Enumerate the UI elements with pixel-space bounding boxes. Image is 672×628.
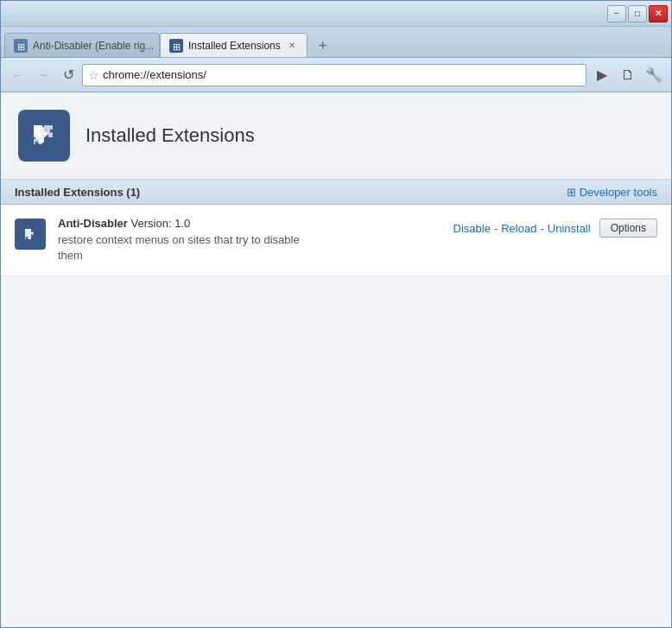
back-button[interactable]: ← [6,64,29,86]
extension-info: Anti-Disabler Version: 1.0 restore conte… [58,217,441,263]
page-button[interactable]: 🗋 [616,64,640,86]
tab-puzzle-icon: ⊞ [14,39,28,53]
puzzle-icon-large [27,118,61,153]
section-title: Installed Extensions (1) [15,186,140,199]
extension-actions: Disable - Reload - Uninstall Options [453,219,657,238]
separator-1: - [494,222,498,235]
toolbar-right: ▶ 🗋 🔧 [590,64,666,86]
reload-link[interactable]: Reload [501,222,536,235]
minimize-button[interactable]: − [607,5,626,22]
address-bar: ← → ↺ ☆ chrome://extensions/ ▶ 🗋 🔧 [1,58,671,92]
extension-version-label: Version: [131,217,175,230]
url-bar[interactable]: ☆ chrome://extensions/ [82,64,586,86]
wrench-button[interactable]: 🔧 [642,64,666,86]
developer-tools-link[interactable]: ⊞ Developer tools [567,186,657,199]
extension-puzzle-icon [20,224,41,244]
extension-name-line: Anti-Disabler Version: 1.0 [58,217,441,230]
go-button[interactable]: ▶ [590,64,614,86]
tab-antidisabler-label: Anti-Disabler (Enable rig... [33,40,154,52]
extensions-header-icon [18,110,70,162]
browser-window: − □ ✕ ⊞ Anti-Disabler (Enable rig... ✕ ⊞… [0,0,672,628]
svg-text:⊞: ⊞ [173,41,181,52]
star-icon: ☆ [88,68,99,82]
svg-text:⊞: ⊞ [17,41,25,52]
separator-2: - [540,222,543,235]
page-content: Installed Extensions Installed Extension… [1,92,671,627]
close-button[interactable]: ✕ [649,5,668,22]
tab-extensions-icon: ⊞ [169,39,183,53]
disable-link[interactable]: Disable [453,222,491,235]
developer-tools-label: Developer tools [580,186,657,199]
extension-version: 1.0 [174,217,190,230]
extension-name: Anti-Disabler [58,217,128,230]
tab-antidisabler[interactable]: ⊞ Anti-Disabler (Enable rig... ✕ [4,33,160,57]
uninstall-link[interactable]: Uninstall [548,222,591,235]
title-bar: − □ ✕ [1,1,671,27]
forward-button[interactable]: → [32,64,54,86]
url-text: chrome://extensions/ [103,68,580,81]
page-title: Installed Extensions [86,124,255,147]
tab-bar: ⊞ Anti-Disabler (Enable rig... ✕ ⊞ Insta… [1,27,671,58]
maximize-button[interactable]: □ [628,5,647,22]
extension-description: restore context menus on sites that try … [58,232,441,263]
tab-extensions[interactable]: ⊞ Installed Extensions ✕ [160,33,307,57]
section-bar: Installed Extensions (1) ⊞ Developer too… [1,180,671,205]
refresh-button[interactable]: ↺ [58,65,79,86]
extension-icon [15,219,46,250]
extension-item: Anti-Disabler Version: 1.0 restore conte… [1,205,671,276]
tab-extensions-label: Installed Extensions [188,40,281,52]
options-button[interactable]: Options [599,219,657,238]
window-controls: − □ ✕ [607,5,668,22]
tab-extensions-close[interactable]: ✕ [286,40,298,52]
new-tab-button[interactable]: + [311,36,335,55]
extensions-header: Installed Extensions [1,92,671,180]
